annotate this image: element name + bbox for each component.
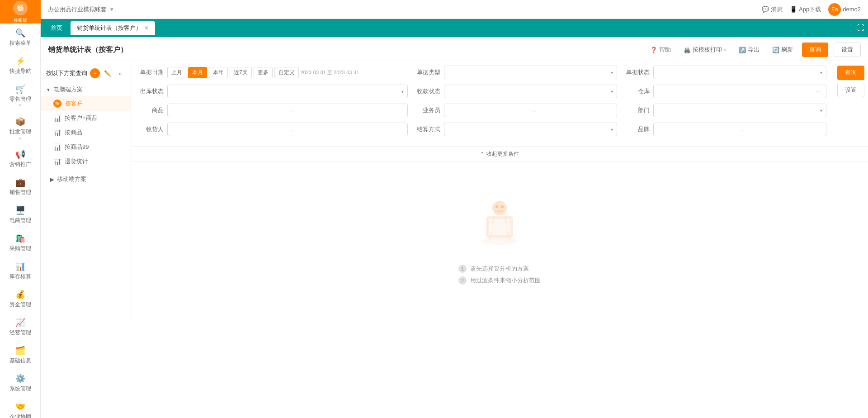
date-btn-last-7[interactable]: 近7天 [230, 67, 252, 78]
goods-dots[interactable]: ··· [287, 107, 404, 114]
refresh-btn[interactable]: 🔄 刷新 [769, 44, 797, 56]
sidebar-item-retail[interactable]: 🛒 零售管理 ▼ [0, 80, 41, 112]
salesman-dots[interactable]: ··· [530, 107, 613, 114]
sidebar-item-inventory-label: 库存核算 [9, 273, 31, 280]
tab-close-icon[interactable]: ✕ [144, 25, 149, 31]
sidebar-item-enterprise[interactable]: 🤝 企业协同 [0, 397, 41, 418]
enterprise-icon: 🤝 [15, 402, 25, 412]
edit-scheme-btn[interactable]: ✏️ [103, 68, 113, 78]
svg-point-7 [501, 205, 504, 208]
management-icon: 📈 [15, 318, 25, 328]
scheme-group-desktop-header[interactable]: ▼ 电脑端方案 [41, 83, 131, 96]
receiver-input[interactable]: ··· [167, 123, 408, 136]
settlement-select[interactable]: ▾ [444, 123, 617, 136]
user-menu[interactable]: Ea demo2 [828, 3, 861, 16]
goods-input[interactable]: ··· [167, 104, 408, 117]
page-content: 销货单统计表（按客户） ❓ 帮助 🖨️ 按模板打印 ▾ ↗️ 导出 [41, 37, 868, 418]
print-btn[interactable]: 🖨️ 按模板打印 ▾ [680, 44, 730, 56]
out-status-arrow: ▾ [401, 89, 404, 94]
refresh-icon: 🔄 [772, 47, 779, 53]
collapse-bar[interactable]: ⌃ 收起更多条件 [131, 146, 868, 162]
department-select[interactable]: ▾ [653, 104, 826, 117]
tab-sales-stats[interactable]: 销货单统计表（按客户） ✕ [71, 21, 155, 35]
sidebar-item-sales[interactable]: 💼 销售管理 [0, 173, 41, 201]
brand-control: ··· [653, 123, 826, 136]
export-label: 导出 [748, 46, 760, 54]
out-status-select[interactable]: ▾ [167, 85, 408, 98]
brand-dots[interactable]: ··· [739, 126, 823, 133]
maximize-btn[interactable]: ⛶ [857, 24, 864, 32]
tab-home[interactable]: 首页 [44, 21, 69, 35]
date-btn-more[interactable]: 更多 [254, 67, 273, 78]
tip-item-1: 1 请先选择要分析的方案 [458, 265, 541, 273]
date-btn-this-month[interactable]: 本月 [188, 67, 207, 78]
finance-icon: 💰 [15, 290, 25, 299]
main-area: 办公用品行业模拟账套 ▾ 💬 消息 📱 App下载 Ea demo2 首页 [41, 0, 868, 418]
date-btn-this-year[interactable]: 本年 [209, 67, 228, 78]
help-btn[interactable]: ❓ 帮助 [646, 44, 675, 56]
settlement-arrow: ▾ [611, 127, 613, 132]
message-btn[interactable]: 💬 消息 [762, 5, 783, 14]
scheme-item-goods99[interactable]: 📊 按商品99 [41, 140, 131, 154]
selector-dropdown-icon[interactable]: ▾ [110, 6, 113, 13]
page-title: 销货单统计表（按客户） [48, 45, 127, 55]
sidebar-item-search[interactable]: 🔍 搜索菜单 [0, 24, 41, 52]
collapse-arrow-icon: ⌃ [480, 151, 485, 157]
export-btn[interactable]: ↗️ 导出 [735, 44, 763, 56]
sidebar-item-marketing[interactable]: 📢 营销推广 [0, 145, 41, 173]
scheme-item-by-goods[interactable]: 📊 按商品 [41, 125, 131, 140]
scheme-group-mobile-header[interactable]: ▶ 移动端方案 [41, 172, 131, 186]
order-type-arrow: ▾ [611, 70, 613, 75]
sidebar-item-ecommerce[interactable]: 🖥️ 电商管理 [0, 201, 41, 229]
sidebar-item-quick-nav-label: 快捷导航 [9, 67, 31, 75]
date-btn-custom[interactable]: 自定义 [274, 67, 299, 78]
scheme-item-customer-goods[interactable]: 📊 按客户+商品 [41, 111, 131, 125]
brand-filter-group: 品牌 ··· [624, 123, 826, 136]
sidebar-item-wholesale-label: 批发管理 [9, 128, 31, 136]
main-settings-btn[interactable]: 设置 [837, 83, 864, 97]
topbar-left: 办公用品行业模拟账套 ▾ [48, 5, 113, 14]
scheme-group-desktop: ▼ 电脑端方案 按 按客户 📊 按客户+商品 📊 [41, 81, 131, 171]
sidebar-item-purchase[interactable]: 🛍️ 采购管理 [0, 229, 41, 257]
add-scheme-btn[interactable]: ＋ [90, 68, 100, 78]
logo-icon: 畅 [12, 0, 28, 16]
filter-row-2: 出库状态 ▾ [138, 85, 826, 98]
tip-num-2: 2 [458, 276, 467, 285]
sidebar-item-basic-info[interactable]: 🗂️ 基础信息 [0, 341, 41, 369]
payment-status-select[interactable]: ▾ [444, 85, 617, 98]
scheme-item-by-customer[interactable]: 按 按客户 [41, 96, 131, 111]
username-label: demo2 [843, 6, 861, 13]
query-actions: 查询 设置 [834, 61, 868, 146]
main-query-btn[interactable]: 查询 [837, 66, 864, 80]
sidebar-item-retail-label: 零售管理 [9, 95, 31, 103]
salesman-label: 业务员 [415, 106, 440, 114]
app-download-btn[interactable]: 📱 App下载 [790, 5, 821, 14]
receiver-dots[interactable]: ··· [287, 126, 404, 133]
sidebar-item-inventory[interactable]: 📊 库存核算 [0, 257, 41, 285]
sidebar-item-purchase-label: 采购管理 [9, 245, 31, 252]
settings-btn[interactable]: 设置 [834, 43, 861, 57]
date-btn-last-month[interactable]: 上月 [167, 67, 186, 78]
warehouse-dots[interactable]: ··· [813, 88, 822, 95]
order-type-select[interactable]: ▾ [444, 66, 617, 79]
page-inner: 销货单统计表（按客户） ❓ 帮助 🖨️ 按模板打印 ▾ ↗️ 导出 [41, 37, 868, 418]
sidebar-item-management[interactable]: 📈 经营管理 [0, 313, 41, 341]
salesman-input[interactable]: ··· [444, 104, 617, 117]
collapse-scheme-btn[interactable]: « [115, 68, 125, 78]
brand-input[interactable]: ··· [653, 123, 826, 136]
scheme-item-return-stats[interactable]: 📊 退货统计 [41, 154, 131, 169]
order-status-select[interactable]: ▾ [653, 66, 826, 79]
desktop-group-arrow: ▼ [46, 87, 51, 92]
sidebar-item-finance[interactable]: 💰 资金管理 [0, 285, 41, 313]
order-type-label: 单据类型 [415, 68, 440, 76]
salesman-filter-group: 业务员 ··· [415, 104, 617, 117]
avatar-text: Ea [831, 6, 838, 13]
query-btn[interactable]: 查询 [802, 43, 828, 57]
order-type-control: ▾ [444, 66, 617, 79]
sidebar-item-wholesale[interactable]: 📦 批发管理 ▲ [0, 112, 41, 145]
mobile-group-label: 移动端方案 [57, 175, 86, 183]
receiver-control: ··· [167, 123, 408, 136]
sidebar-item-system[interactable]: ⚙️ 系统管理 [0, 369, 41, 397]
sidebar-item-quick-nav[interactable]: ⚡ 快捷导航 [0, 52, 41, 80]
warehouse-select[interactable]: ··· [653, 85, 826, 98]
